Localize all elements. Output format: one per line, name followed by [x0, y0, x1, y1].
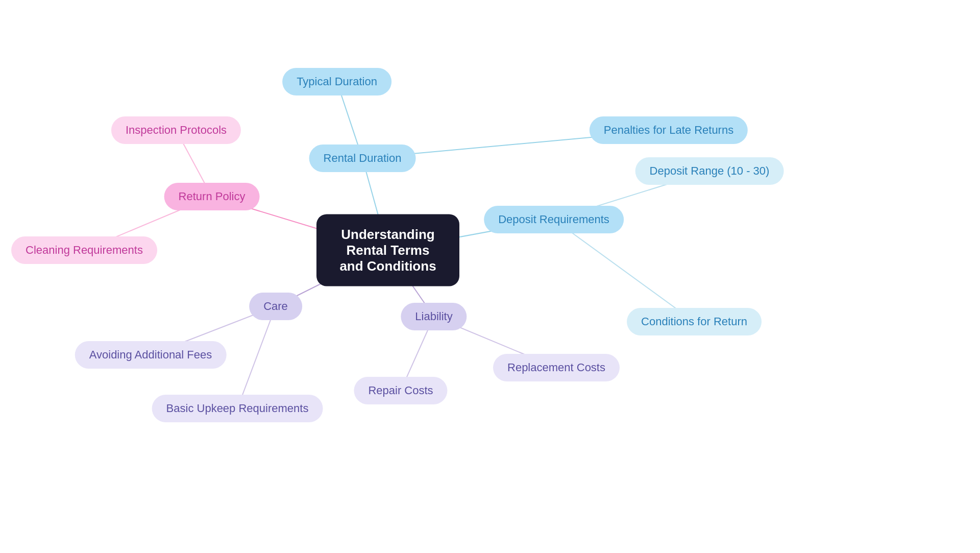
mindmap-container: Understanding Rental Terms and Condition… — [0, 0, 980, 553]
return-policy-node: Return Policy — [164, 183, 260, 210]
deposit-range-node: Deposit Range (10 - 30) — [635, 157, 784, 185]
care-node: Care — [249, 293, 302, 320]
penalties-late-returns-node: Penalties for Late Returns — [590, 116, 748, 144]
svg-line-11 — [237, 306, 276, 408]
liability-node: Liability — [401, 303, 467, 330]
basic-upkeep-requirements-node: Basic Upkeep Requirements — [152, 395, 323, 422]
avoiding-additional-fees-node: Avoiding Additional Fees — [75, 341, 227, 369]
deposit-requirements-node: Deposit Requirements — [484, 206, 624, 233]
replacement-costs-node: Replacement Costs — [493, 354, 620, 381]
repair-costs-node: Repair Costs — [354, 377, 447, 404]
rental-duration-node: Rental Duration — [309, 145, 416, 172]
connections-svg — [0, 0, 980, 553]
typical-duration-node: Typical Duration — [282, 68, 391, 95]
conditions-for-return-node: Conditions for Return — [627, 308, 762, 335]
cleaning-requirements-node: Cleaning Requirements — [11, 236, 157, 264]
center-node: Understanding Rental Terms and Condition… — [316, 214, 459, 286]
svg-line-5 — [554, 220, 694, 322]
inspection-protocols-node: Inspection Protocols — [111, 116, 241, 144]
